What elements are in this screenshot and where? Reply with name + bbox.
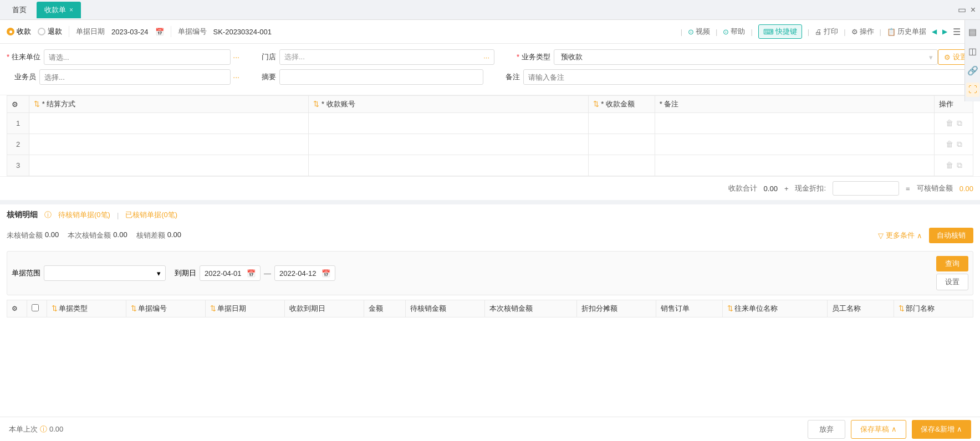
search-row: 单据范围 ▾ 到期日 2022-04-01 📅 — 2022-04-12 📅: [7, 251, 973, 295]
verify-section: 核销明细 ⓘ 待核销单据(0笔) | 已核销单据(0笔) 未核销金额 0.00 …: [0, 204, 980, 323]
settlement-input-1[interactable]: [29, 113, 308, 134]
tab-receipt[interactable]: 收款单 ×: [37, 2, 81, 18]
auto-verify-btn[interactable]: 自动核销: [929, 228, 973, 243]
date-from-input[interactable]: 2022-04-01 📅: [200, 265, 261, 281]
current-amount-stat: 本次核销金额 0.00: [68, 230, 127, 240]
remarks-label: 备注: [506, 72, 520, 82]
col-counterparty: ⇅往来单位名称: [723, 300, 827, 317]
tab-close-icon[interactable]: ×: [69, 6, 73, 14]
amount-input-1[interactable]: [589, 113, 655, 134]
staff-field: 业务员 ···: [7, 69, 239, 85]
radio-receipt[interactable]: 收款: [7, 27, 31, 37]
staff-label: 业务员: [14, 72, 36, 82]
table-settings-col[interactable]: ⚙: [7, 96, 29, 113]
side-layout-icon[interactable]: ◫: [966, 44, 979, 59]
biz-type-label: * 业务类型: [517, 52, 550, 62]
counterparty-more-icon[interactable]: ···: [233, 53, 239, 61]
tab-verified[interactable]: 已核销单据(0笔): [125, 210, 177, 220]
account-input-1[interactable]: [309, 113, 588, 134]
more-conditions-btn[interactable]: ▽ 更多条件 ∧: [878, 230, 922, 240]
summary-field: 摘要: [262, 69, 483, 85]
radio-refund-label: 退款: [48, 27, 62, 37]
radio-refund[interactable]: 退款: [38, 27, 62, 37]
select-all-checkbox[interactable]: [32, 304, 39, 311]
biz-type-arrow: ▾: [929, 53, 933, 61]
date-to-input[interactable]: 2022-04-12 📅: [274, 265, 335, 281]
settlement-input-2[interactable]: [29, 134, 308, 155]
side-expand-icon[interactable]: ⛶: [966, 83, 979, 97]
query-btn[interactable]: 查询: [936, 256, 968, 271]
last-info-icon[interactable]: ⓘ: [40, 424, 47, 434]
doc-no-value: SK-20230324-001: [213, 28, 272, 36]
side-table-icon[interactable]: ▤: [966, 24, 979, 39]
delete-icon-1[interactable]: 🗑: [946, 119, 953, 128]
btn-video[interactable]: ⊙ 视频: [688, 27, 710, 37]
nav-left-icon[interactable]: ◀: [932, 28, 937, 35]
remark-input-1[interactable]: [655, 113, 934, 134]
account-input-2[interactable]: [309, 134, 588, 155]
col-doc-type: ⇅单据类型: [47, 300, 126, 317]
radio-receipt-label: 收款: [17, 27, 31, 37]
copy-icon-1[interactable]: ⧉: [957, 119, 962, 128]
btn-operations[interactable]: ⚙ 操作: [851, 27, 874, 37]
table-row: 3 🗑 ⧉: [7, 155, 973, 176]
biz-type-select[interactable]: 预收款 ▾: [554, 49, 938, 65]
remark-input-3[interactable]: [655, 155, 934, 176]
range-arrow: ▾: [157, 269, 161, 278]
cal-to-icon[interactable]: 📅: [321, 269, 330, 278]
staff-input[interactable]: [39, 69, 231, 85]
side-link-icon[interactable]: 🔗: [965, 63, 981, 78]
btn-help[interactable]: ⊙ 帮助: [723, 27, 745, 37]
save-new-button[interactable]: 保存&新增 ∧: [912, 420, 971, 439]
remarks-input[interactable]: [523, 69, 973, 85]
remark-input-2[interactable]: [655, 134, 934, 155]
right-panel: ▤ ◫ 🔗 ⛶: [964, 20, 980, 101]
counterparty-input[interactable]: [44, 49, 231, 65]
save-draft-button[interactable]: 保存草稿 ∧: [851, 420, 906, 439]
window-close-icon[interactable]: ×: [971, 5, 976, 15]
available-value: 0.00: [959, 184, 973, 193]
store-select[interactable]: 选择... ···: [279, 49, 494, 65]
col-amount: ⇅ * 收款金额: [588, 96, 655, 113]
nav-right-icon[interactable]: ▶: [942, 28, 947, 35]
summary-input[interactable]: [279, 69, 483, 85]
copy-icon-3[interactable]: ⧉: [957, 161, 962, 170]
row-no-1: 1: [7, 113, 29, 134]
amount-input-3[interactable]: [589, 155, 655, 176]
tab-home[interactable]: 首页: [4, 2, 34, 18]
form-row-1: * 往来单位 ··· 门店 选择... ··· * 业务类型 预收款: [7, 49, 973, 65]
settings-btn-2[interactable]: 设置: [936, 274, 968, 290]
toolbar-divider-1: [69, 26, 69, 37]
receipt-refund-toggle: 收款 退款: [7, 27, 62, 37]
form-row-2: 业务员 ··· 摘要 备注: [7, 69, 973, 85]
btn-print[interactable]: 🖨 打印: [815, 27, 838, 37]
calendar-icon[interactable]: 📅: [155, 28, 164, 36]
ops-icon: ⚙: [851, 28, 858, 36]
list-view-icon[interactable]: ☰: [953, 27, 961, 37]
copy-icon-2[interactable]: ⧉: [957, 140, 962, 149]
staff-more-icon[interactable]: ···: [233, 73, 239, 81]
account-input-3[interactable]: [309, 155, 588, 176]
diff-stat: 核销差额 0.00: [136, 230, 181, 240]
discount-input[interactable]: [833, 181, 899, 196]
counterparty-label: * 往来单位: [7, 52, 40, 62]
window-restore-icon[interactable]: ▭: [958, 4, 966, 15]
verify-info-icon[interactable]: ⓘ: [44, 210, 52, 220]
tab-pending[interactable]: 待核销单据(0笔): [58, 210, 110, 220]
amount-input-2[interactable]: [589, 134, 655, 155]
col-dept: ⇅部门名称: [894, 300, 973, 317]
settlement-input-3[interactable]: [29, 155, 308, 176]
range-field: 单据范围 ▾: [12, 265, 166, 281]
col-gear[interactable]: ⚙: [7, 300, 27, 317]
col-checkbox[interactable]: [27, 300, 47, 317]
delete-icon-3[interactable]: 🗑: [946, 161, 953, 170]
counterparty-field: * 往来单位 ···: [7, 49, 239, 65]
abandon-button[interactable]: 放弃: [808, 420, 845, 439]
btn-history[interactable]: 📋 历史单据: [887, 27, 926, 37]
cal-from-icon[interactable]: 📅: [247, 269, 256, 278]
btn-shortcut[interactable]: ⌨ 快捷键: [758, 24, 802, 39]
delete-icon-2[interactable]: 🗑: [946, 140, 953, 149]
range-select[interactable]: ▾: [44, 265, 166, 281]
doc-no-label: 单据编号: [178, 27, 207, 37]
table-row: 2 🗑 ⧉: [7, 134, 973, 155]
